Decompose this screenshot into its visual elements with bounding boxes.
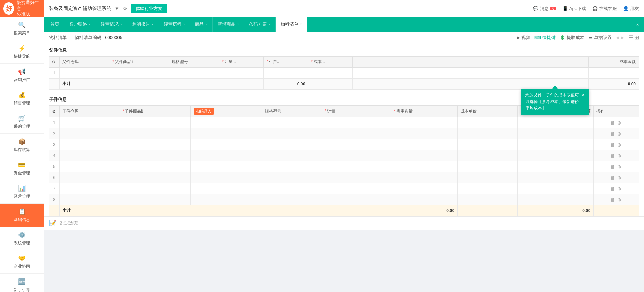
- child-unit-3[interactable]: [322, 139, 375, 150]
- sidebar-item-finance[interactable]: 💳 资金管理: [0, 157, 44, 180]
- child-qty-1[interactable]: [391, 117, 457, 128]
- child-qty-8[interactable]: [391, 194, 457, 205]
- tab-profit-close[interactable]: ×: [152, 23, 154, 26]
- next-arrow[interactable]: ▶: [621, 35, 624, 40]
- child-scan-1[interactable]: [190, 117, 262, 128]
- child-product-1[interactable]: [120, 117, 190, 128]
- child-unit-cost-5[interactable]: [457, 161, 518, 172]
- tab-close-all[interactable]: ×: [633, 22, 642, 27]
- child-qty-5[interactable]: [391, 161, 457, 172]
- child-warehouse-4[interactable]: [60, 150, 120, 161]
- copy-icon-8[interactable]: ⊕: [617, 197, 621, 202]
- child-unit-1[interactable]: [322, 117, 375, 128]
- sidebar-item-inventory[interactable]: 📦 库存核算: [0, 134, 44, 157]
- copy-icon-6[interactable]: ⊕: [617, 175, 621, 180]
- parent-cost-1[interactable]: [308, 68, 353, 79]
- cost-btn[interactable]: 💲 提取成本: [560, 35, 584, 41]
- breadcrumb-bom[interactable]: 物料清单: [49, 35, 67, 41]
- copy-icon-4[interactable]: ⊕: [617, 153, 621, 159]
- child-unit-cost-1[interactable]: [457, 117, 518, 128]
- child-scan-3[interactable]: [190, 139, 262, 150]
- child-spec-1[interactable]: [262, 117, 322, 128]
- child-spec-8[interactable]: [262, 194, 322, 205]
- user-item[interactable]: 👤 用友: [623, 5, 639, 12]
- delete-icon-7[interactable]: 🗑: [610, 186, 615, 191]
- delete-icon-4[interactable]: 🗑: [610, 153, 615, 159]
- app-download-item[interactable]: 📱 App下载: [562, 5, 586, 12]
- child-qty-2[interactable]: [391, 128, 457, 139]
- child-warehouse-5[interactable]: [60, 161, 120, 172]
- message-item[interactable]: 💬 消息 6: [533, 5, 556, 12]
- online-service-item[interactable]: 🎧 在线客服: [592, 5, 617, 12]
- child-scan-5[interactable]: [190, 161, 262, 172]
- sidebar-item-search[interactable]: 🔍 搜索菜单: [0, 17, 44, 40]
- tab-bom[interactable]: 物料清单 ×: [276, 17, 307, 32]
- tab-product-close[interactable]: ×: [206, 23, 208, 26]
- tab-history[interactable]: 经营历程 ×: [159, 17, 190, 32]
- child-unit-cost-4[interactable]: [457, 150, 518, 161]
- child-unit-5[interactable]: [322, 161, 375, 172]
- copy-icon-3[interactable]: ⊕: [617, 142, 621, 148]
- dropdown-icon[interactable]: ▼: [115, 6, 119, 11]
- delete-icon-8[interactable]: 🗑: [610, 197, 615, 202]
- parent-warehouse-1[interactable]: [60, 68, 110, 79]
- scan-button[interactable]: 扫码录入: [194, 108, 214, 115]
- child-spec-6[interactable]: [262, 172, 322, 183]
- copy-icon-1[interactable]: ⊕: [617, 120, 621, 126]
- child-unit-cost-3[interactable]: [457, 139, 518, 150]
- child-qty-7[interactable]: [391, 183, 457, 194]
- child-qty-4[interactable]: [391, 150, 457, 161]
- sidebar-item-system[interactable]: ⚙️ 系统管理: [0, 227, 44, 250]
- delete-icon-2[interactable]: 🗑: [610, 131, 615, 137]
- grid-view-icon[interactable]: ⊞: [634, 34, 639, 41]
- sidebar-item-quicknav[interactable]: ⚡ 快捷导航: [0, 40, 44, 64]
- child-unit-cost-2[interactable]: [457, 128, 518, 139]
- sidebar-item-marketing[interactable]: 📢 营销推广: [0, 64, 44, 87]
- child-warehouse-8[interactable]: [60, 194, 120, 205]
- sidebar-item-operation[interactable]: 📊 经营管理: [0, 180, 44, 204]
- sidebar-item-purchase[interactable]: 🛒 采购管理: [0, 110, 44, 134]
- delete-icon-1[interactable]: 🗑: [610, 120, 615, 126]
- child-scan-2[interactable]: [190, 128, 262, 139]
- sidebar-item-sales[interactable]: 💰 销售管理: [0, 87, 44, 110]
- settings-btn[interactable]: ☰ 单据设置: [589, 35, 612, 41]
- copy-icon-2[interactable]: ⊕: [617, 131, 621, 137]
- parent-unit-1[interactable]: [219, 68, 263, 79]
- child-warehouse-3[interactable]: [60, 139, 120, 150]
- parent-product-1[interactable]: [110, 68, 169, 79]
- gear-icon[interactable]: ⚙: [123, 5, 127, 12]
- child-product-5[interactable]: [120, 161, 190, 172]
- child-scan-8[interactable]: [190, 194, 262, 205]
- trial-button[interactable]: 体验行业方案: [131, 4, 167, 13]
- child-product-4[interactable]: [120, 150, 190, 161]
- tab-home[interactable]: 首页: [46, 17, 64, 32]
- child-unit-6[interactable]: [322, 172, 375, 183]
- child-unit-cost-8[interactable]: [457, 194, 518, 205]
- tab-history-close[interactable]: ×: [183, 23, 185, 26]
- tab-customer-close[interactable]: ×: [89, 23, 91, 26]
- copy-icon-7[interactable]: ⊕: [617, 186, 621, 191]
- child-spec-2[interactable]: [262, 128, 322, 139]
- sidebar-item-basic[interactable]: 📋 基础信息: [0, 204, 44, 227]
- child-unit-cost-7[interactable]: [457, 183, 518, 194]
- child-qty-3[interactable]: [391, 139, 457, 150]
- tab-customer[interactable]: 客户联络 ×: [64, 17, 96, 32]
- child-unit-8[interactable]: [322, 194, 375, 205]
- tab-operation-close[interactable]: ×: [120, 23, 122, 26]
- child-product-2[interactable]: [120, 128, 190, 139]
- tab-bom-close[interactable]: ×: [300, 23, 302, 26]
- tab-operation[interactable]: 经营情况 ×: [96, 17, 127, 32]
- child-spec-4[interactable]: [262, 150, 322, 161]
- child-spec-3[interactable]: [262, 139, 322, 150]
- child-unit-2[interactable]: [322, 128, 375, 139]
- tab-new-product[interactable]: 新增商品 ×: [213, 17, 244, 32]
- child-unit-cost-6[interactable]: [457, 172, 518, 183]
- child-spec-7[interactable]: [262, 183, 322, 194]
- shortcut-btn[interactable]: ⌨ 快捷键: [534, 35, 556, 41]
- child-product-7[interactable]: [120, 183, 190, 194]
- parent-production-1[interactable]: [263, 68, 308, 79]
- tab-barcode-close[interactable]: ×: [269, 23, 271, 26]
- delete-icon-3[interactable]: 🗑: [610, 142, 615, 148]
- child-warehouse-7[interactable]: [60, 183, 120, 194]
- child-product-8[interactable]: [120, 194, 190, 205]
